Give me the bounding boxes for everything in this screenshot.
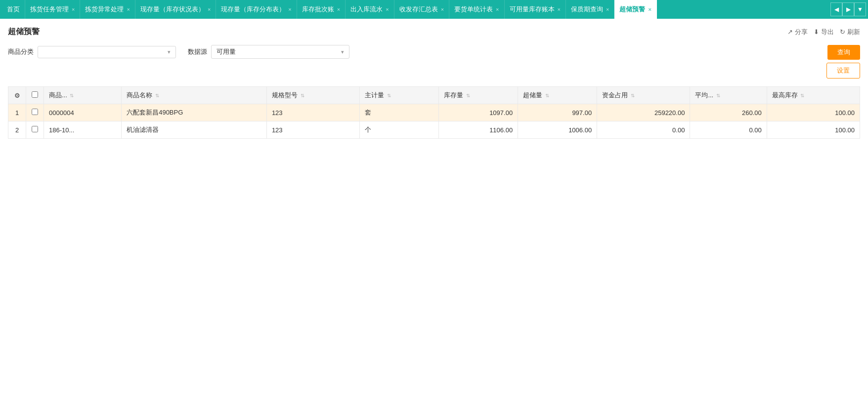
category-select[interactable]: ▾	[38, 46, 176, 58]
table-header-row: ⚙ 商品... ⇅ 商品名称 ⇅ 规格型号 ⇅ 主计量	[8, 87, 860, 104]
sort-icon: ⇅	[466, 93, 470, 98]
page-container: 超储预警 ↗ 分享 ⬇ 导出 ↻ 刷新 商品分类 ▾	[0, 19, 868, 395]
row-stock: 1106.00	[439, 121, 518, 139]
nav-inventory-dist[interactable]: 现存量（库存分布表） ×	[216, 0, 297, 19]
row-unit: 个	[360, 121, 439, 139]
page-title: 超储预警	[8, 27, 40, 37]
category-filter: 商品分类 ▾	[8, 46, 176, 58]
sort-icon: ⇅	[387, 93, 391, 98]
select-all-checkbox[interactable]	[32, 91, 38, 98]
share-button[interactable]: ↗ 分享	[787, 28, 808, 37]
settings-button[interactable]: 设置	[826, 63, 860, 79]
th-maxstock[interactable]: 最高库存 ⇅	[767, 87, 860, 104]
sort-icon: ⇅	[301, 93, 304, 98]
close-icon[interactable]: ×	[606, 6, 609, 12]
th-overstock[interactable]: 超储量 ⇅	[518, 87, 597, 104]
th-spec[interactable]: 规格型号 ⇅	[266, 87, 359, 104]
data-table: ⚙ 商品... ⇅ 商品名称 ⇅ 规格型号 ⇅ 主计量	[8, 86, 860, 139]
filter-actions: 查询 设置	[826, 45, 860, 79]
datasource-filter: 数据源 可用量 ▾	[188, 45, 349, 59]
row-name: 机油滤清器	[122, 121, 267, 139]
datasource-select[interactable]: 可用量 ▾	[211, 45, 349, 59]
datasource-value: 可用量	[217, 47, 236, 56]
nav-home[interactable]: 首页	[2, 0, 25, 19]
sort-icon: ⇅	[70, 93, 74, 98]
close-icon[interactable]: ×	[441, 6, 444, 12]
row-stock: 1097.00	[439, 104, 518, 121]
row-maxstock: 100.00	[767, 104, 860, 121]
row-checkbox[interactable]	[32, 109, 38, 115]
sort-icon: ⇅	[800, 93, 804, 98]
th-code[interactable]: 商品... ⇅	[44, 87, 122, 104]
close-icon[interactable]: ×	[72, 6, 75, 12]
nav-overstock-warning[interactable]: 超储预警 ×	[614, 0, 656, 19]
row-overstock: 997.00	[518, 104, 597, 121]
top-navigation: 首页 拣货任务管理 × 拣货异常处理 × 现存量（库存状况表） × 现存量（库存…	[0, 0, 868, 19]
nav-inventory-status[interactable]: 现存量（库存状况表） ×	[135, 0, 216, 19]
row-avg: 260.00	[690, 104, 767, 121]
close-icon[interactable]: ×	[127, 6, 130, 12]
th-checkbox[interactable]	[26, 87, 44, 104]
chevron-down-icon: ▾	[168, 49, 171, 55]
row-num: 2	[8, 121, 26, 139]
row-capital: 0.00	[597, 121, 690, 139]
header-actions: ↗ 分享 ⬇ 导出 ↻ 刷新	[787, 28, 860, 37]
refresh-icon: ↻	[840, 28, 845, 36]
nav-arrows: ◀ ▶ ▼	[830, 2, 866, 16]
row-checkbox-cell[interactable]	[26, 121, 44, 139]
row-code: 0000004	[44, 104, 122, 121]
nav-batch-account[interactable]: 库存批次账 ×	[297, 0, 346, 19]
page-header: 超储预警 ↗ 分享 ⬇ 导出 ↻ 刷新	[8, 27, 860, 37]
row-maxstock: 100.00	[767, 121, 860, 139]
chevron-down-icon: ▾	[341, 49, 344, 55]
nav-inout-flow[interactable]: 出入库流水 ×	[346, 0, 394, 19]
th-unit[interactable]: 主计量 ⇅	[360, 87, 439, 104]
nav-exception[interactable]: 拣货异常处理 ×	[80, 0, 135, 19]
nav-available-account[interactable]: 可用量库存账本 ×	[505, 0, 566, 19]
close-icon[interactable]: ×	[288, 6, 291, 12]
nav-menu-arrow[interactable]: ▼	[854, 2, 866, 16]
row-num: 1	[8, 104, 26, 121]
datasource-label: 数据源	[188, 47, 207, 56]
close-icon[interactable]: ×	[648, 6, 651, 12]
close-icon[interactable]: ×	[208, 6, 211, 12]
row-checkbox-cell[interactable]	[26, 104, 44, 121]
nav-left-arrow[interactable]: ◀	[830, 2, 842, 16]
row-spec: 123	[266, 104, 359, 121]
close-icon[interactable]: ×	[558, 6, 561, 12]
sort-icon: ⇅	[716, 93, 720, 98]
th-avg[interactable]: 平均... ⇅	[690, 87, 767, 104]
close-icon[interactable]: ×	[337, 6, 340, 12]
row-unit: 套	[360, 104, 439, 121]
th-name[interactable]: 商品名称 ⇅	[122, 87, 267, 104]
th-settings[interactable]: ⚙	[8, 87, 26, 104]
row-capital: 259220.00	[597, 104, 690, 121]
th-capital[interactable]: 资金占用 ⇅	[597, 87, 690, 104]
row-name: 六配套新昌490BPG	[122, 104, 267, 121]
export-icon: ⬇	[814, 28, 819, 36]
row-checkbox[interactable]	[32, 126, 38, 132]
nav-task-mgmt[interactable]: 拣货任务管理 ×	[25, 0, 80, 19]
category-value	[43, 48, 45, 56]
row-overstock: 1006.00	[518, 121, 597, 139]
query-button[interactable]: 查询	[827, 45, 860, 60]
row-spec: 123	[266, 121, 359, 139]
gear-icon: ⚙	[14, 92, 20, 99]
share-icon: ↗	[787, 28, 793, 36]
nav-summary[interactable]: 收发存汇总表 ×	[394, 0, 449, 19]
refresh-button[interactable]: ↻ 刷新	[840, 28, 860, 37]
sort-icon: ⇅	[631, 93, 635, 98]
table-row: 2 186-10... 机油滤清器 123 个 1106.00 1006.00 …	[8, 121, 860, 139]
close-icon[interactable]: ×	[496, 6, 499, 12]
row-code: 186-10...	[44, 121, 122, 139]
close-icon[interactable]: ×	[386, 6, 389, 12]
sort-icon: ⇅	[545, 93, 549, 98]
nav-right-arrow[interactable]: ▶	[842, 2, 854, 16]
nav-order-stats[interactable]: 要货单统计表 ×	[449, 0, 504, 19]
category-label: 商品分类	[8, 47, 34, 56]
table-row: 1 0000004 六配套新昌490BPG 123 套 1097.00 997.…	[8, 104, 860, 121]
nav-quality-period[interactable]: 保质期查询 ×	[566, 0, 614, 19]
sort-icon: ⇅	[155, 93, 159, 98]
th-stock[interactable]: 库存量 ⇅	[439, 87, 518, 104]
export-button[interactable]: ⬇ 导出	[814, 28, 834, 37]
